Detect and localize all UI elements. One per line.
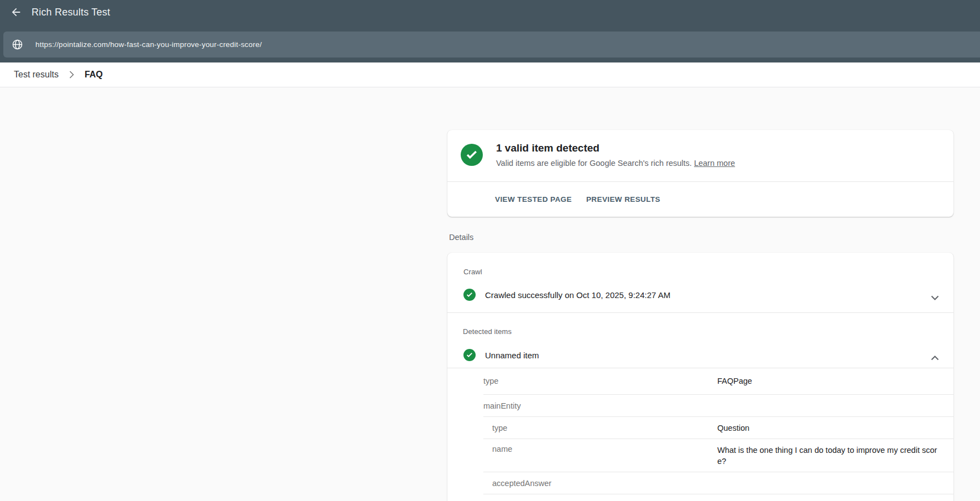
summary-title: 1 valid item detected xyxy=(496,140,940,155)
check-circle-icon xyxy=(463,289,476,303)
summary-main: 1 valid item detected Valid items are el… xyxy=(447,130,953,181)
divider xyxy=(447,312,953,313)
crawl-status-row[interactable]: Crawled successfully on Oct 10, 2025, 9:… xyxy=(447,283,953,307)
property-key: type xyxy=(483,377,717,385)
table-row: acceptedAnswer xyxy=(483,472,953,494)
view-tested-page-button[interactable]: VIEW TESTED PAGE xyxy=(495,192,572,207)
crawl-label: Crawl xyxy=(463,268,482,276)
learn-more-link[interactable]: Learn more xyxy=(694,159,735,168)
property-key: mainEntity xyxy=(483,401,717,410)
table-row: type Question xyxy=(483,417,953,439)
property-key: acceptedAnswer xyxy=(483,479,717,488)
detected-items-label: Detected items xyxy=(463,327,512,336)
check-circle-icon xyxy=(461,144,483,168)
property-key: type xyxy=(483,424,717,432)
summary-subtitle: Valid items are eligible for Google Sear… xyxy=(496,159,692,168)
table-row: name What is the one thing I can do toda… xyxy=(483,439,953,472)
preview-results-button[interactable]: PREVIEW RESULTS xyxy=(586,192,660,207)
chevron-up-icon[interactable] xyxy=(931,353,939,363)
table-row: type FAQPage xyxy=(483,368,953,395)
title-row: Rich Results Test xyxy=(0,0,980,24)
details-section-label: Details xyxy=(449,233,473,242)
chevron-right-icon xyxy=(69,71,74,79)
property-key: name xyxy=(483,445,717,453)
summary-card: 1 valid item detected Valid items are el… xyxy=(447,130,953,217)
details-card: Crawl Crawled successfully on Oct 10, 20… xyxy=(447,253,953,501)
breadcrumb-test-results[interactable]: Test results xyxy=(14,70,59,80)
property-value: FAQPage xyxy=(717,375,945,387)
back-arrow-icon[interactable] xyxy=(9,6,23,19)
property-table: type FAQPage mainEntity type Question na… xyxy=(483,368,953,494)
crawl-status-text: Crawled successfully on Oct 10, 2025, 9:… xyxy=(485,290,670,300)
detected-item-name: Unnamed item xyxy=(485,351,539,360)
table-row: mainEntity xyxy=(483,395,953,417)
url-input[interactable]: https://pointalize.com/how-fast-can-you-… xyxy=(3,32,980,58)
property-value: Question xyxy=(717,422,945,434)
chevron-down-icon[interactable] xyxy=(931,293,939,302)
app-header: Rich Results Test https://pointalize.com… xyxy=(0,0,980,62)
check-circle-icon xyxy=(463,349,476,363)
globe-icon xyxy=(12,39,23,50)
breadcrumb: Test results FAQ xyxy=(0,62,980,87)
url-text: https://pointalize.com/how-fast-can-you-… xyxy=(35,40,262,49)
unnamed-item-row[interactable]: Unnamed item xyxy=(447,343,953,367)
summary-actions: VIEW TESTED PAGE PREVIEW RESULTS xyxy=(447,181,953,217)
page-title: Rich Results Test xyxy=(32,7,110,18)
property-value: What is the one thing I can do today to … xyxy=(717,445,945,467)
breadcrumb-faq: FAQ xyxy=(85,70,103,80)
